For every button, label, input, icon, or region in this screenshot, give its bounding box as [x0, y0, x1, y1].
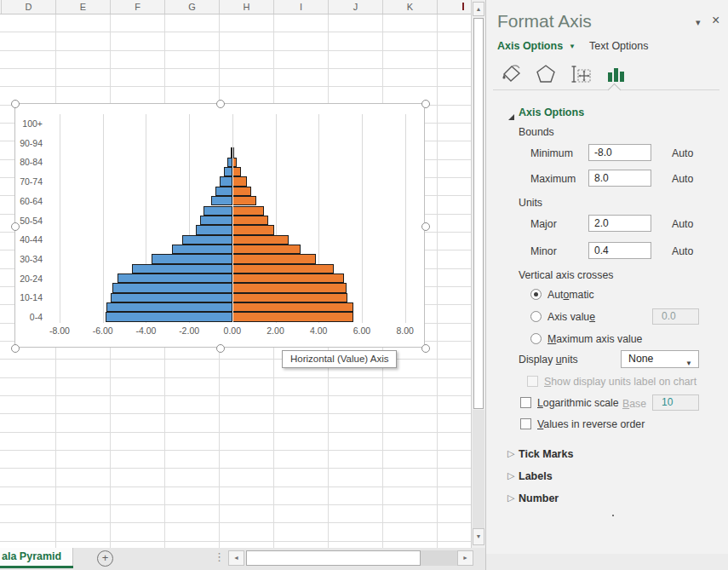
sheet-tab[interactable]: ala Pyramid: [0, 548, 73, 567]
column-header-G[interactable]: G: [165, 0, 220, 14]
female-bar-5-9[interactable]: [232, 302, 353, 312]
y-axis-tick-label[interactable]: 100+: [15, 118, 43, 129]
male-bar-70-74[interactable]: [220, 176, 232, 186]
male-bar-35-39[interactable]: [172, 245, 232, 254]
minimum-auto-button[interactable]: Auto: [672, 147, 693, 159]
y-axis-tick-label[interactable]: 90-94: [15, 138, 43, 148]
column-header-K[interactable]: K: [383, 0, 438, 14]
chart-selection-handle[interactable]: [216, 100, 225, 108]
base-input[interactable]: 10: [652, 394, 699, 411]
section-number[interactable]: Number: [519, 492, 559, 504]
male-bar-60-64[interactable]: [211, 196, 232, 205]
female-bar-20-24[interactable]: [232, 273, 344, 283]
female-bar-10-14[interactable]: [232, 293, 347, 302]
labels-expand-icon[interactable]: ▷: [507, 470, 514, 481]
female-bar-65-69[interactable]: [232, 187, 251, 196]
logarithmic-scale-checkbox[interactable]: [520, 397, 531, 408]
tab-scroll-dots-icon[interactable]: ⋮: [214, 550, 225, 563]
chart-options-icon[interactable]: [604, 62, 628, 86]
female-bar-75-79[interactable]: [232, 167, 241, 176]
x-axis-tick-label[interactable]: -2.00: [170, 325, 208, 336]
male-bar-50-54[interactable]: [200, 216, 232, 225]
x-axis-tick-label[interactable]: 0.00: [214, 325, 251, 336]
y-axis-tick-label[interactable]: 30-34: [15, 254, 43, 264]
scroll-up-button[interactable]: ▲: [473, 2, 484, 16]
x-axis-tick-label[interactable]: 4.00: [300, 325, 337, 336]
x-axis-tick-label[interactable]: 6.00: [343, 325, 381, 336]
female-bar-50-54[interactable]: [232, 216, 268, 225]
chart-selection-handle[interactable]: [421, 344, 430, 353]
female-bar-25-29[interactable]: [232, 264, 334, 273]
section-axis-options[interactable]: Axis Options: [519, 107, 584, 118]
y-axis-tick-label[interactable]: 10-14: [15, 292, 43, 302]
y-axis-tick-label[interactable]: 40-44: [15, 234, 43, 245]
column-header-I[interactable]: I: [274, 0, 329, 14]
male-bar-20-24[interactable]: [118, 273, 233, 283]
male-bar-75-79[interactable]: [224, 167, 232, 176]
y-axis-tick-label[interactable]: 50-54: [15, 216, 43, 226]
axis-value-input[interactable]: 0.0: [652, 308, 699, 325]
column-header-H[interactable]: H: [220, 0, 274, 14]
chart-selection-handle[interactable]: [421, 100, 430, 108]
minor-input[interactable]: 0.4: [588, 242, 651, 259]
scroll-left-button[interactable]: ◄: [228, 550, 244, 566]
x-axis-tick-label[interactable]: -6.00: [84, 325, 122, 336]
female-bar-45-49[interactable]: [232, 225, 274, 234]
y-axis-tick-label[interactable]: 70-74: [15, 176, 43, 187]
male-bar-40-44[interactable]: [182, 235, 233, 245]
y-axis-tick-label[interactable]: 0-4: [15, 312, 43, 322]
new-sheet-button[interactable]: +: [97, 550, 113, 567]
horizontal-scroll-thumb[interactable]: [246, 550, 421, 566]
female-bar-15-19[interactable]: [232, 283, 347, 292]
x-axis-tick-label[interactable]: 8.00: [387, 325, 424, 336]
vertical-scroll-track[interactable]: [473, 410, 484, 528]
minimum-input[interactable]: -8.0: [588, 144, 651, 161]
tick-marks-expand-icon[interactable]: ▷: [507, 448, 514, 459]
axis-options-dropdown-icon[interactable]: ▼: [569, 43, 576, 50]
close-icon[interactable]: ×: [712, 13, 719, 28]
section-tick-marks[interactable]: Tick Marks: [519, 448, 573, 460]
chart-selection-handle[interactable]: [421, 222, 430, 231]
number-expand-icon[interactable]: ▷: [507, 492, 514, 504]
maximum-input[interactable]: 8.0: [588, 170, 651, 187]
maximum-auto-button[interactable]: Auto: [672, 173, 693, 185]
female-bar-55-59[interactable]: [232, 206, 264, 216]
female-bar-60-64[interactable]: [232, 196, 256, 205]
y-axis-tick-label[interactable]: 60-64: [15, 196, 43, 206]
female-bar-70-74[interactable]: [232, 176, 247, 186]
effects-icon[interactable]: [534, 62, 558, 86]
tab-axis-options[interactable]: Axis Options: [497, 40, 563, 52]
column-header-D[interactable]: D: [2, 0, 56, 14]
horizontal-scroll-track[interactable]: [421, 550, 457, 566]
y-axis-tick-label[interactable]: 20-24: [15, 273, 43, 284]
radio-axis-value[interactable]: [530, 311, 542, 322]
chart-selection-handle[interactable]: [11, 100, 20, 108]
vertical-scrollbar[interactable]: ▲ ▼: [471, 0, 485, 548]
column-header-F[interactable]: F: [111, 0, 165, 14]
male-bar-5-9[interactable]: [106, 302, 232, 312]
male-bar-55-59[interactable]: [203, 206, 232, 216]
column-header-partial-right[interactable]: [438, 0, 471, 14]
section-labels[interactable]: Labels: [519, 470, 553, 482]
chart-object[interactable]: -8.00-6.00-4.00-2.000.002.004.006.008.00…: [14, 103, 425, 348]
male-bar-10-14[interactable]: [111, 293, 232, 302]
female-bar-30-34[interactable]: [232, 254, 316, 263]
chart-selection-handle[interactable]: [11, 344, 20, 353]
display-units-select[interactable]: None ▼: [621, 350, 699, 368]
major-input[interactable]: 2.0: [588, 215, 651, 232]
fill-line-icon[interactable]: [500, 62, 524, 86]
scroll-down-button[interactable]: ▼: [473, 528, 484, 545]
minor-auto-button[interactable]: Auto: [672, 245, 693, 257]
male-bar-45-49[interactable]: [196, 225, 232, 234]
column-header-E[interactable]: E: [56, 0, 111, 14]
pane-dropdown-icon[interactable]: ▾: [696, 17, 701, 28]
x-axis-tick-label[interactable]: -4.00: [127, 325, 164, 336]
size-properties-icon[interactable]: [570, 62, 593, 86]
female-bar-0-4[interactable]: [232, 312, 353, 321]
chart-selection-handle[interactable]: [11, 222, 20, 231]
radio-automatic[interactable]: [530, 289, 542, 300]
male-bar-30-34[interactable]: [152, 254, 232, 263]
scroll-right-button[interactable]: ►: [457, 550, 473, 566]
x-axis-tick-label[interactable]: -8.00: [41, 325, 78, 336]
vertical-scroll-thumb[interactable]: [473, 18, 484, 409]
